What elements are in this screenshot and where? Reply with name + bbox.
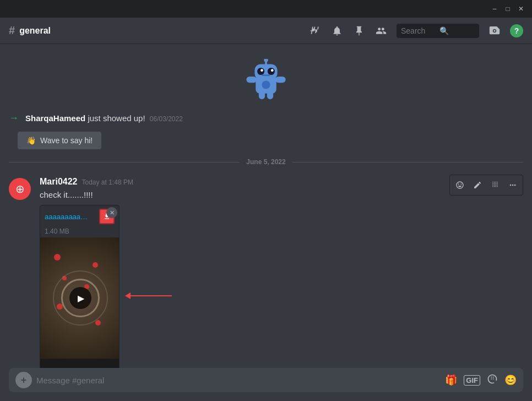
- svg-point-13: [262, 80, 270, 89]
- attachment-card: aaaaaaaaaaa.. 1.40 MB: [40, 205, 120, 368]
- gift-icon[interactable]: 🎁: [445, 374, 457, 386]
- search-icon: 🔍: [439, 26, 475, 35]
- system-username: SharqaHameed: [25, 113, 85, 123]
- play-icon: ▶: [78, 293, 84, 304]
- titlebar: – □ ✕: [0, 0, 532, 18]
- join-arrow-icon: →: [9, 112, 19, 124]
- arrow-head-icon: [125, 292, 131, 299]
- emoji-picker-icon[interactable]: 😊: [504, 374, 517, 386]
- help-button[interactable]: ?: [510, 24, 523, 37]
- more-actions-button[interactable]: [505, 177, 520, 193]
- inbox-icon[interactable]: [488, 24, 501, 37]
- header-icons: Search 🔍 ?: [308, 24, 523, 38]
- pin-icon[interactable]: [352, 24, 366, 37]
- channel-hash-icon: #: [9, 24, 15, 37]
- attachment-size: 1.40 MB: [40, 227, 119, 237]
- maximize-button[interactable]: □: [501, 2, 514, 15]
- arrow-line: [131, 295, 172, 296]
- wave-button[interactable]: 👋 Wave to say hi!: [18, 132, 101, 149]
- minimize-button[interactable]: –: [488, 2, 501, 15]
- close-attachment-button[interactable]: ✕: [106, 207, 117, 218]
- message-input-box: + Message #general 🎁 GIF 😊: [9, 368, 523, 392]
- attachment-name: aaaaaaaaaaa..: [45, 213, 91, 221]
- emoji-react-button[interactable]: [452, 177, 468, 193]
- svg-point-3: [268, 67, 275, 74]
- message-input-area: + Message #general 🎁 GIF 😊: [0, 368, 532, 401]
- channel-header: # general Search 🔍 ?: [0, 18, 532, 44]
- input-icons: 🎁 GIF 😊: [445, 373, 517, 387]
- pin-message-button[interactable]: [487, 177, 503, 193]
- video-bottom-bar: [40, 359, 120, 368]
- edit-message-button[interactable]: [470, 177, 485, 193]
- system-timestamp: 06/03/2022: [150, 115, 183, 123]
- svg-point-2: [257, 67, 264, 74]
- message-row: ⊕ Mari0422 Today at 1:48 PM check it....…: [0, 175, 532, 368]
- wave-label: Wave to say hi!: [40, 136, 93, 145]
- date-text: June 5, 2022: [246, 158, 285, 166]
- date-separator: June 5, 2022: [0, 154, 532, 170]
- svg-rect-11: [267, 91, 273, 99]
- close-button[interactable]: ✕: [514, 2, 528, 15]
- video-preview[interactable]: ▶: [40, 237, 120, 359]
- user-avatar: ⊕: [9, 178, 31, 200]
- sticker-icon[interactable]: [487, 373, 498, 387]
- attachment-wrapper: aaaaaaaaaaa.. 1.40 MB: [40, 205, 120, 368]
- chat-area: → SharqaHameed just showed up! 06/03/202…: [0, 44, 532, 368]
- search-bar[interactable]: Search 🔍: [397, 24, 479, 38]
- message-username: Mari0422: [40, 177, 78, 187]
- channel-name-text: general: [19, 26, 51, 36]
- discord-logo-icon: ⊕: [15, 182, 25, 196]
- svg-point-7: [264, 59, 268, 62]
- members-icon[interactable]: [374, 24, 388, 37]
- bot-avatar: [233, 57, 299, 101]
- system-message-text: SharqaHameed just showed up! 06/03/2022: [25, 113, 183, 123]
- red-arrow-annotation: [125, 292, 172, 299]
- search-placeholder: Search: [401, 26, 436, 35]
- message-actions: [449, 175, 523, 196]
- svg-rect-12: [262, 74, 270, 76]
- play-button[interactable]: ▶: [69, 287, 91, 309]
- message-input-placeholder[interactable]: Message #general: [36, 376, 441, 385]
- gif-button[interactable]: GIF: [464, 375, 480, 386]
- svg-rect-10: [259, 91, 265, 99]
- svg-rect-8: [246, 76, 257, 82]
- hash-icon[interactable]: [308, 24, 322, 37]
- svg-rect-9: [275, 76, 286, 82]
- svg-point-4: [260, 69, 263, 72]
- wave-emoji-icon: 👋: [26, 136, 36, 145]
- bot-image-area: [0, 53, 532, 110]
- svg-point-5: [271, 69, 274, 72]
- add-attachment-button[interactable]: +: [15, 372, 32, 388]
- system-message: → SharqaHameed just showed up! 06/03/202…: [0, 110, 532, 126]
- channel-name: # general: [9, 24, 51, 37]
- message-content: Mari0422 Today at 1:48 PM check it......…: [40, 177, 523, 368]
- bell-icon[interactable]: [330, 24, 344, 37]
- message-time: Today at 1:48 PM: [82, 178, 133, 186]
